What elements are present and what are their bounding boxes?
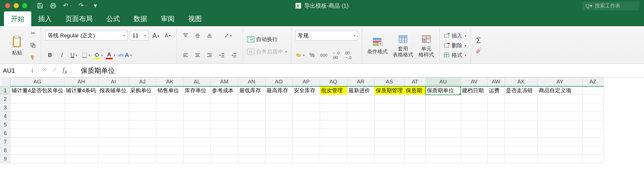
- cell-AN2[interactable]: [238, 95, 265, 103]
- cell-AY3[interactable]: [537, 103, 582, 112]
- cell-AR2[interactable]: [347, 95, 374, 103]
- tab-data[interactable]: 数据: [127, 11, 154, 26]
- column-header-AQ[interactable]: AQ: [320, 78, 347, 86]
- delete-cells-button[interactable]: 删除▾: [444, 42, 466, 49]
- cell-AI3[interactable]: [98, 103, 129, 112]
- row-header-7[interactable]: 7: [0, 138, 11, 146]
- cell-AX3[interactable]: [504, 103, 537, 112]
- cell-AN3[interactable]: [238, 103, 265, 112]
- cell-AG3[interactable]: [11, 103, 65, 112]
- cell-AV4[interactable]: [461, 112, 487, 120]
- cell-AW5[interactable]: [487, 120, 504, 129]
- cell-AU5[interactable]: [425, 120, 461, 129]
- cell-AJ5[interactable]: [129, 120, 156, 129]
- cell-AH5[interactable]: [65, 120, 98, 129]
- spreadsheet-grid[interactable]: AGAHAIAJAKALAMANAOAPAQARASATAUAVAWAXAYAZ…: [0, 77, 644, 163]
- print-icon[interactable]: [50, 3, 56, 9]
- cell-AS3[interactable]: [374, 103, 404, 112]
- cell-AV5[interactable]: [461, 120, 487, 129]
- column-header-AK[interactable]: AK: [156, 78, 183, 86]
- cell-AP2[interactable]: [292, 95, 320, 103]
- cell-AS2[interactable]: [374, 95, 404, 103]
- cell-AK5[interactable]: [156, 120, 183, 129]
- cell-AG2[interactable]: [11, 95, 65, 103]
- format-cells-button[interactable]: 格式▾: [444, 52, 466, 59]
- cell-AX7[interactable]: [504, 138, 537, 146]
- tab-formulas[interactable]: 公式: [99, 11, 127, 26]
- cell-AQ6[interactable]: [320, 129, 347, 138]
- cell-AS1[interactable]: 保质期管理: [374, 86, 404, 95]
- cell-AP4[interactable]: [292, 112, 320, 120]
- align-left-button[interactable]: [181, 50, 190, 60]
- decrease-indent-button[interactable]: [217, 50, 227, 60]
- cell-AP6[interactable]: [292, 129, 320, 138]
- row-header-4[interactable]: 4: [0, 112, 11, 120]
- cell-AP7[interactable]: [292, 138, 320, 146]
- cell-AJ1[interactable]: 采购单位: [129, 86, 156, 95]
- cell-AP8[interactable]: [292, 146, 320, 155]
- cell-AK2[interactable]: [156, 95, 183, 103]
- cell-AY4[interactable]: [537, 112, 582, 120]
- cell-AL7[interactable]: [183, 138, 211, 146]
- cell-AW8[interactable]: [487, 146, 504, 155]
- column-header-AP[interactable]: AP: [292, 78, 320, 86]
- cell-AX6[interactable]: [504, 129, 537, 138]
- column-header-AR[interactable]: AR: [347, 78, 374, 86]
- cell-AK8[interactable]: [156, 146, 183, 155]
- cell-AN9[interactable]: [238, 155, 265, 163]
- cell-AS7[interactable]: [374, 138, 404, 146]
- cell-AY8[interactable]: [537, 146, 582, 155]
- cell-AO4[interactable]: [265, 112, 292, 120]
- cell-AO8[interactable]: [265, 146, 292, 155]
- cell-AX1[interactable]: 是否走冻链: [504, 86, 537, 95]
- cell-AK1[interactable]: 销售单位: [156, 86, 183, 95]
- cell-AT6[interactable]: [404, 129, 425, 138]
- accept-formula-icon[interactable]: ✓: [52, 66, 57, 75]
- zoom-window-button[interactable]: [22, 3, 27, 8]
- row-header-5[interactable]: 5: [0, 120, 11, 129]
- save-icon[interactable]: [37, 3, 43, 9]
- cell-AQ1[interactable]: 批次管理: [320, 86, 347, 95]
- cell-AN5[interactable]: [238, 120, 265, 129]
- cell-AM9[interactable]: [211, 155, 238, 163]
- column-header-AV[interactable]: AV: [461, 78, 487, 86]
- cell-AW2[interactable]: [487, 95, 504, 103]
- cell-AO5[interactable]: [265, 120, 292, 129]
- cell-AH8[interactable]: [65, 146, 98, 155]
- font-name-select[interactable]: 等线 Regular (正文)▾: [45, 31, 128, 40]
- minimize-window-button[interactable]: [14, 3, 19, 8]
- cell-AI2[interactable]: [98, 95, 129, 103]
- cell-AV7[interactable]: [461, 138, 487, 146]
- cell-AW1[interactable]: 运费: [487, 86, 504, 95]
- cell-AL1[interactable]: 库存单位: [183, 86, 211, 95]
- cell-AR5[interactable]: [347, 120, 374, 129]
- cell-AT3[interactable]: [404, 103, 425, 112]
- cell-AX5[interactable]: [504, 120, 537, 129]
- cell-AH9[interactable]: [65, 155, 98, 163]
- font-color-button[interactable]: A▾: [105, 50, 116, 60]
- cell-AG8[interactable]: [11, 146, 65, 155]
- cell-AI7[interactable]: [98, 138, 129, 146]
- percent-button[interactable]: %: [307, 50, 317, 60]
- cell-AG5[interactable]: [11, 120, 65, 129]
- cell-AO7[interactable]: [265, 138, 292, 146]
- cell-AK4[interactable]: [156, 112, 183, 120]
- cell-AI1[interactable]: 报表辅单位: [98, 86, 129, 95]
- cell-AI6[interactable]: [98, 129, 129, 138]
- cell-AU3[interactable]: [425, 103, 461, 112]
- cell-AN4[interactable]: [238, 112, 265, 120]
- cell-AT8[interactable]: [404, 146, 425, 155]
- cell-AY6[interactable]: [537, 129, 582, 138]
- cell-AU1[interactable]: 保质期单位: [425, 86, 461, 95]
- cell-AG7[interactable]: [11, 138, 65, 146]
- cell-AO2[interactable]: [265, 95, 292, 103]
- name-box-stepper[interactable]: ▲▼: [31, 68, 34, 73]
- cell-AX4[interactable]: [504, 112, 537, 120]
- cell-AZ8[interactable]: [582, 146, 603, 155]
- cell-AR3[interactable]: [347, 103, 374, 112]
- cell-AR6[interactable]: [347, 129, 374, 138]
- cell-AN7[interactable]: [238, 138, 265, 146]
- cell-AZ4[interactable]: [582, 112, 603, 120]
- cell-AR9[interactable]: [347, 155, 374, 163]
- cell-AW4[interactable]: [487, 112, 504, 120]
